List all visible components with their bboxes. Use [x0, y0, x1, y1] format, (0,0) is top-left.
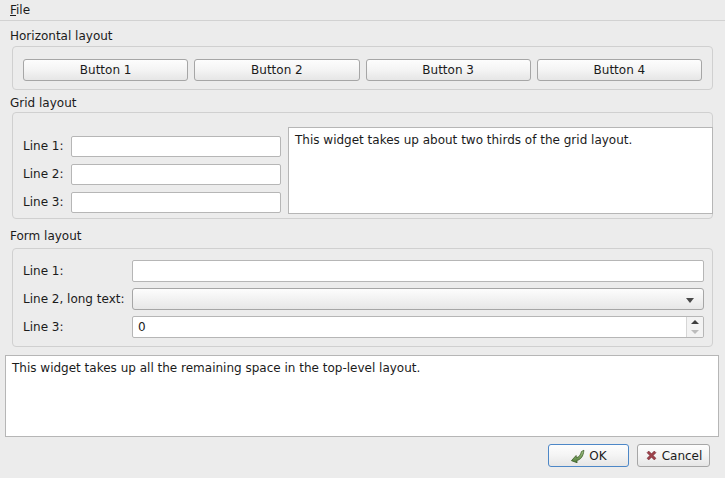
form-line3-spinbox[interactable]: 0 [132, 316, 704, 338]
form-line2-combobox[interactable] [132, 288, 704, 310]
form-line2-label: Line 2, long text: [23, 292, 125, 307]
menu-bar: File [0, 0, 725, 21]
grid-text-edit[interactable]: This widget takes up about two thirds of… [288, 127, 713, 214]
grid-line1-label: Line 1: [23, 139, 64, 154]
chevron-down-icon [686, 298, 694, 303]
arrow-down-icon [691, 330, 699, 334]
basic-layouts-dialog: { "menubar": { "file": { "mnemonic": "F"… [0, 0, 725, 478]
grid-line3-label: Line 3: [23, 195, 64, 210]
spinbox-buttons [686, 317, 703, 337]
form-group-title: Form layout [10, 229, 81, 243]
grid-line2-label: Line 2: [23, 167, 64, 182]
spinbox-down-button[interactable] [687, 327, 703, 337]
horizontal-group-frame: Button 1 Button 2 Button 3 Button 4 [12, 46, 713, 90]
cancel-button-label: Cancel [662, 449, 703, 463]
button-2[interactable]: Button 2 [194, 59, 359, 81]
grid-group-frame: Line 1: Line 2: Line 3: This widget take… [12, 112, 713, 219]
form-line1-label: Line 1: [23, 264, 64, 279]
ok-check-arrow-icon [570, 448, 585, 463]
cancel-button[interactable]: Cancel [637, 444, 710, 467]
grid-line3-input[interactable] [71, 192, 281, 213]
ok-button[interactable]: OK [548, 444, 629, 467]
button-3[interactable]: Button 3 [366, 59, 531, 81]
spinbox-value: 0 [133, 317, 686, 337]
horizontal-group-title: Horizontal layout [10, 29, 113, 43]
button-4[interactable]: Button 4 [537, 59, 702, 81]
grid-line1-input[interactable] [71, 136, 281, 157]
arrow-up-icon [691, 320, 699, 324]
ok-button-label: OK [589, 449, 606, 463]
form-group-frame: Line 1: Line 2, long text: Line 3: 0 [12, 248, 713, 347]
spinbox-up-button[interactable] [687, 317, 703, 327]
bottom-text-edit[interactable]: This widget takes up all the remaining s… [5, 355, 719, 437]
form-line3-label: Line 3: [23, 320, 64, 335]
horizontal-button-row: Button 1 Button 2 Button 3 Button 4 [23, 59, 702, 81]
form-line1-input[interactable] [132, 260, 704, 282]
button-1[interactable]: Button 1 [23, 59, 188, 81]
grid-line2-input[interactable] [71, 164, 281, 185]
grid-group-title: Grid layout [10, 96, 76, 110]
cancel-x-icon [645, 449, 658, 462]
menu-file-rest: ile [16, 3, 30, 17]
menu-file[interactable]: File [0, 0, 40, 20]
